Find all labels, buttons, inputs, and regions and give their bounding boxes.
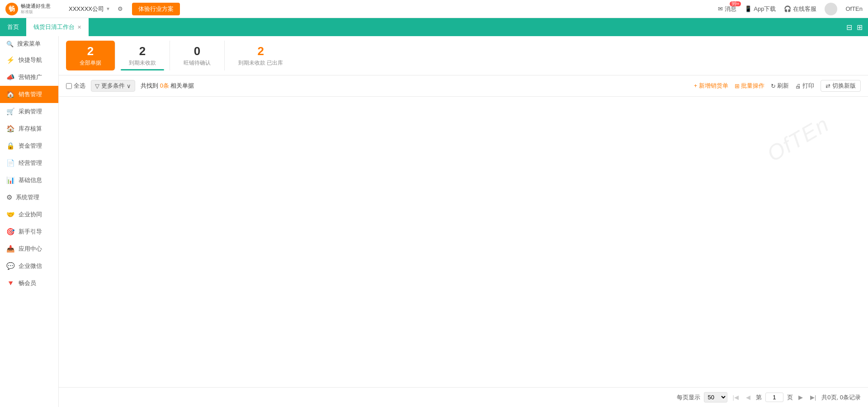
sidebar-item-app-center[interactable]: 📥 应用中心	[0, 240, 58, 257]
per-page-select[interactable]: 50 100 200	[704, 392, 727, 402]
enterprise-icon: 🤝	[6, 211, 15, 219]
last-page-button[interactable]: ▶|	[808, 393, 818, 402]
card-all-orders[interactable]: 2 全部单据	[66, 41, 115, 70]
card-overdue-shipped[interactable]: 2 到期未收款 已出库	[225, 41, 297, 70]
company-selector[interactable]: XXXXXX公司 ▼	[69, 5, 110, 13]
daily-work-tab-label: 钱货日清工作台	[33, 23, 75, 31]
card-wangpu-pending[interactable]: 0 旺铺待确认	[170, 41, 225, 70]
sidebar-label-finance: 资金管理	[19, 142, 42, 150]
search-icon: 🔍	[6, 41, 14, 47]
sidebar-item-wechat[interactable]: 💬 企业微信	[0, 257, 58, 275]
settings-button[interactable]: ⚙	[114, 3, 127, 15]
sidebar-item-inventory[interactable]: 🏠 库存核算	[0, 120, 58, 137]
sidebar-label-marketing: 营销推广	[19, 73, 42, 81]
basic-info-icon: 📊	[6, 176, 15, 184]
sidebar-item-enterprise[interactable]: 🤝 企业协同	[0, 206, 58, 223]
user-name: OfTEn	[845, 5, 863, 12]
sidebar-item-basic-info[interactable]: 📊 基础信息	[0, 172, 58, 189]
refresh-icon: ↻	[771, 83, 776, 89]
logo-text: 畅捷通好生意	[21, 3, 51, 9]
sidebar-item-quick-nav[interactable]: ⚡ 快捷导航	[0, 51, 58, 69]
card-num-all: 2	[87, 44, 94, 58]
logo-area: 畅 畅捷通好生意 标准版	[5, 3, 64, 15]
table-area	[59, 97, 868, 387]
tab-home[interactable]: 首页	[0, 18, 26, 36]
switch-new-version-button[interactable]: ⇄ 切换新版	[821, 80, 861, 92]
batch-ops-button[interactable]: ⊞ 批量操作	[735, 82, 764, 90]
search-menu-button[interactable]: 🔍 搜索菜单	[0, 36, 58, 51]
online-service-button[interactable]: 🎧 在线客服	[784, 5, 816, 13]
tab-daily-work[interactable]: 钱货日清工作台 ✕	[26, 18, 89, 36]
filter-button[interactable]: ▽ 更多条件 ∨	[91, 80, 135, 92]
app-download-button[interactable]: 📱 App下载	[745, 5, 776, 13]
topbar: 畅 畅捷通好生意 标准版 XXXXXX公司 ▼ ⚙ 体验行业方案 ✉ 消息 99…	[0, 0, 868, 18]
next-page-button[interactable]: ▶	[797, 393, 805, 402]
avatar[interactable]	[825, 3, 837, 15]
online-service-label: 在线客服	[793, 5, 816, 13]
sidebar-item-finance[interactable]: 🔒 资金管理	[0, 137, 58, 154]
card-num-wangpu: 0	[194, 44, 200, 58]
company-name: XXXXXX公司	[69, 5, 104, 13]
marketing-icon: 📣	[6, 73, 15, 81]
app-download-label: App下载	[754, 5, 776, 13]
tab-close-icon[interactable]: ✕	[77, 24, 81, 30]
match-num: 0条	[160, 82, 169, 89]
sidebar-item-sales[interactable]: 🏠 销售管理	[0, 86, 58, 103]
purchase-icon: 🛒	[6, 108, 15, 116]
logo-text-area: 畅捷通好生意 标准版	[21, 3, 51, 15]
sidebar-item-marketing[interactable]: 📣 营销推广	[0, 69, 58, 86]
card-label-shipped: 到期未收款 已出库	[238, 59, 283, 67]
match-prefix: 共找到	[141, 82, 158, 89]
minimize-icon[interactable]: ⊟	[846, 23, 852, 32]
card-overdue-uncollected[interactable]: 2 到期未收款	[115, 41, 170, 70]
quick-nav-icon: ⚡	[6, 56, 15, 64]
pagination: 每页显示 50 100 200 |◀ ◀ 第 页 ▶ ▶| 共0页, 0条记录	[59, 387, 868, 407]
select-all-input[interactable]	[66, 83, 72, 89]
sidebar-label-guide: 新手引导	[19, 228, 42, 236]
card-label-overdue: 到期未收款	[129, 59, 156, 67]
sidebar-label-member: 畅会员	[19, 279, 36, 287]
match-suffix: 相关单据	[170, 82, 194, 89]
expand-icon[interactable]: ⊞	[857, 23, 863, 32]
first-page-button[interactable]: |◀	[731, 393, 741, 402]
sidebar-item-member[interactable]: 🔻 畅会员	[0, 275, 58, 292]
card-underline	[121, 69, 164, 70]
wechat-icon: 💬	[6, 262, 15, 270]
toolbar: 全选 ▽ 更多条件 ∨ 共找到 0条 相关单据 + 新增销货单 ⊞ 批量操作 ↻	[59, 75, 868, 97]
finance-icon: 🔒	[6, 142, 15, 150]
operations-icon: 📄	[6, 159, 15, 167]
page-input[interactable]	[765, 393, 783, 402]
print-button[interactable]: 🖨 打印	[795, 82, 814, 90]
select-all-checkbox[interactable]: 全选	[66, 82, 85, 90]
refresh-label: 刷新	[777, 82, 789, 90]
nav-tabs: 首页 钱货日清工作台 ✕ ⊟ ⊞	[0, 18, 868, 36]
switch-icon: ⇄	[826, 83, 830, 89]
inventory-icon: 🏠	[6, 125, 15, 133]
topbar-right: ✉ 消息 99+ 📱 App下载 🎧 在线客服 OfTEn	[718, 3, 863, 15]
main-layout: 🔍 搜索菜单 ⚡ 快捷导航 📣 营销推广 🏠 销售管理 🛒 采购管理 🏠 库存核…	[0, 36, 868, 407]
new-order-button[interactable]: + 新增销货单	[694, 82, 728, 90]
chevron-down-icon: ▼	[106, 6, 110, 11]
search-menu-label: 搜索菜单	[17, 40, 41, 48]
total-label: 共0页, 0条记录	[821, 393, 861, 402]
app-download-icon: 📱	[745, 5, 752, 12]
sidebar-label-system: 系统管理	[16, 193, 39, 201]
refresh-button[interactable]: ↻ 刷新	[771, 82, 789, 90]
sidebar: 🔍 搜索菜单 ⚡ 快捷导航 📣 营销推广 🏠 销售管理 🛒 采购管理 🏠 库存核…	[0, 36, 59, 407]
sidebar-item-guide[interactable]: 🎯 新手引导	[0, 223, 58, 240]
page-label: 第	[756, 393, 762, 402]
prev-page-button[interactable]: ◀	[744, 393, 752, 402]
sidebar-item-operations[interactable]: 📄 经营管理	[0, 154, 58, 172]
try-industry-button[interactable]: 体验行业方案	[132, 3, 180, 15]
per-page-label: 每页显示	[677, 393, 700, 402]
headset-icon: 🎧	[784, 5, 791, 12]
sidebar-item-purchase[interactable]: 🛒 采购管理	[0, 103, 58, 120]
sidebar-label-quick-nav: 快捷导航	[19, 56, 42, 64]
member-icon: 🔻	[6, 279, 15, 287]
print-label: 打印	[802, 82, 814, 90]
sidebar-item-system[interactable]: ⚙ 系统管理	[0, 189, 58, 206]
logo-badge: 标准版	[21, 9, 51, 15]
sidebar-label-operations: 经营管理	[19, 159, 42, 167]
message-button[interactable]: ✉ 消息 99+	[718, 5, 736, 13]
card-num-overdue: 2	[139, 44, 146, 58]
